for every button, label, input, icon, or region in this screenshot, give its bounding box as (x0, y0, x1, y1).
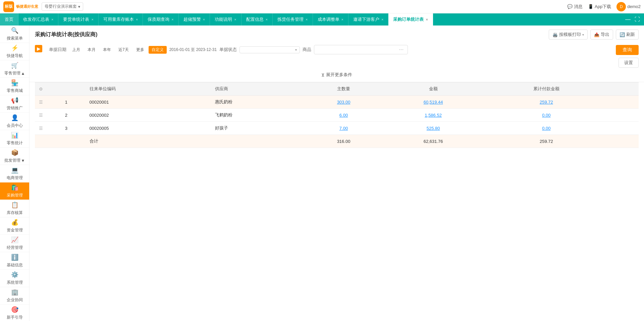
row-amount[interactable]: 1,586.52 (383, 109, 483, 122)
row-paid-amount[interactable]: 259.72 (484, 96, 609, 109)
tab-close-icon[interactable]: × (171, 17, 173, 21)
status-select[interactable]: ▾ (239, 46, 300, 53)
goods-select-ellipsis[interactable]: ··· (398, 47, 405, 53)
sidebar-item-purchase-label: 采购管理 (7, 193, 23, 198)
shortcut-this-month[interactable]: 本月 (85, 46, 99, 54)
date-shortcuts: 上月 本月 本年 近7天 更多 自定义 (69, 46, 167, 54)
tab-pick-task[interactable]: 拣货任务管理 × (273, 13, 313, 25)
settings-button[interactable]: 设置 (619, 58, 639, 68)
sidebar-item-ecommerce-label: 电商管理 (7, 175, 23, 181)
sidebar-item-finance[interactable]: 💰 资金管理 (0, 217, 29, 235)
table-header-row: ⚙ 往来单位编码 供应商 主数量 金额 累计付款金额 (35, 83, 639, 96)
row-settings-cell[interactable]: ☰ (35, 109, 47, 122)
collapse-arrow-btn[interactable]: ▶ (35, 45, 42, 52)
tab-goods-stats[interactable]: 要货单统计表 × (58, 13, 98, 25)
company-selector[interactable]: 母婴行业演示账套 ▾ (42, 2, 83, 11)
row-main-qty[interactable]: 7.00 (305, 122, 383, 135)
tab-config-info-label: 配置信息 (246, 16, 264, 22)
logo-text: 畅捷通好生意 (16, 4, 38, 9)
sidebar-item-search[interactable]: 🔍 搜索菜单 (0, 25, 29, 43)
sidebar-item-members[interactable]: 👤 会员中心 (0, 113, 29, 130)
nav-minimize-btn[interactable]: — (624, 16, 632, 22)
row-paid-amount[interactable]: 0.00 (484, 109, 609, 122)
export-button[interactable]: 📤 导出 (590, 30, 613, 40)
sidebar: 🔍 搜索菜单 ⚡ 快捷导航 🛒 零售管理 ▲ 🏪 零售商城 📢 营销推广 👤 会… (0, 25, 30, 321)
shortcut-last-month[interactable]: 上月 (69, 46, 83, 54)
app-download-btn[interactable]: 📱 App下载 (588, 4, 611, 10)
shortcut-more[interactable]: 更多 (133, 46, 147, 54)
tab-close-icon[interactable]: × (91, 17, 93, 21)
tab-close-icon[interactable]: × (136, 17, 138, 21)
query-button[interactable]: 查询 (616, 45, 639, 55)
sidebar-item-inventory[interactable]: 📋 库存核算 (0, 200, 29, 217)
sidebar-item-retail-mall[interactable]: 🏪 零售商城 (0, 78, 29, 95)
th-settings[interactable]: ⚙ (35, 83, 47, 96)
tab-expiry-query[interactable]: 保质期查询 × (143, 13, 178, 25)
tab-purchase-stats-close-icon[interactable]: × (426, 17, 428, 21)
refresh-button[interactable]: 🔄 刷新 (616, 30, 639, 40)
sidebar-item-wholesale[interactable]: 📦 批发管理 ▼ (0, 148, 29, 165)
sidebar-item-marketing[interactable]: 📢 营销推广 (0, 95, 29, 113)
row-settings-cell[interactable]: ☰ (35, 122, 47, 135)
sidebar-item-finance-label: 资金管理 (7, 227, 23, 233)
table-footer-row: 合计 316.00 62,631.76 259.72 (35, 135, 639, 148)
sidebar-item-system[interactable]: ⚙️ 系统管理 (0, 270, 29, 287)
tab-purchase-stats[interactable]: 采购订单统计表 × (388, 13, 433, 25)
sidebar-item-quicknav[interactable]: ⚡ 快捷导航 (0, 43, 29, 60)
tab-close-icon[interactable]: × (381, 17, 383, 21)
sidebar-item-basic-info[interactable]: ℹ️ 基础信息 (0, 252, 29, 270)
tab-close-icon[interactable]: × (51, 17, 53, 21)
expand-label: 展开更多条件 (326, 72, 352, 78)
main-layout: 🔍 搜索菜单 ⚡ 快捷导航 🛒 零售管理 ▲ 🏪 零售商城 📢 营销推广 👤 会… (0, 25, 644, 321)
footer-extra-cell (609, 135, 639, 148)
tab-config-info[interactable]: 配置信息 × (241, 13, 273, 25)
print-button[interactable]: 🖨️ 按模板打印 ▾ (549, 30, 588, 40)
sidebar-item-ecommerce[interactable]: 💻 电商管理 (0, 165, 29, 182)
tab-function-desc[interactable]: 功能说明 × (210, 13, 241, 25)
tab-overstock-warning[interactable]: 超储预警 × (179, 13, 210, 25)
sidebar-item-retail-stats-label: 零售统计 (7, 140, 23, 146)
table-row: ☰ 1 00020001 惠氏奶粉 303.00 60,519.44 259.7… (35, 96, 639, 109)
filter-left: 单据日期 上月 本月 本年 近7天 更多 自定义 2016-01-01 至 20… (49, 45, 612, 54)
message-btn[interactable]: 💬 消息 (567, 4, 583, 10)
date-range: 2016-01-01 至 2023-12-31 (169, 47, 217, 53)
row-main-qty[interactable]: 6.00 (305, 109, 383, 122)
tab-close-icon[interactable]: × (341, 17, 343, 21)
sidebar-item-enterprise[interactable]: 🏢 企业协同 (0, 287, 29, 305)
tab-close-icon[interactable]: × (234, 17, 236, 21)
row-paid-amount[interactable]: 0.00 (484, 122, 609, 135)
sidebar-item-enterprise-label: 企业协同 (7, 297, 23, 303)
sidebar-item-operations[interactable]: 📈 经营管理 (0, 235, 29, 252)
expand-more-btn[interactable]: ⊻ 展开更多条件 (321, 72, 352, 78)
tab-home[interactable]: 首页 (0, 13, 18, 25)
tab-close-icon[interactable]: × (203, 17, 205, 21)
tab-invite-downstream[interactable]: 邀请下游客户 × (348, 13, 388, 25)
avatar: D (616, 2, 626, 11)
tab-close-icon[interactable]: × (306, 17, 308, 21)
export-icon: 📤 (594, 32, 599, 37)
tab-close-icon[interactable]: × (266, 17, 268, 21)
sidebar-item-retail[interactable]: 🛒 零售管理 ▲ (0, 60, 29, 78)
sidebar-item-purchase[interactable]: 🛍️ 采购管理 (0, 182, 29, 200)
row-main-qty[interactable]: 303.00 (305, 96, 383, 109)
tab-home-label: 首页 (5, 16, 13, 22)
shortcut-7days[interactable]: 近7天 (115, 46, 132, 54)
row-settings-cell[interactable]: ☰ (35, 96, 47, 109)
sidebar-item-newbie[interactable]: 🎯 新手引导 (0, 305, 29, 321)
sidebar-item-newbie-label: 新手引导 (7, 315, 23, 320)
row-amount[interactable]: 60,519.44 (383, 96, 483, 109)
tab-available-stock[interactable]: 可用量库存账本 × (99, 13, 143, 25)
row-amount[interactable]: 525.80 (383, 122, 483, 135)
shortcut-custom[interactable]: 自定义 (149, 46, 167, 54)
nav-maximize-btn[interactable]: ⛶ (633, 16, 641, 22)
company-name: 母婴行业演示账套 (45, 4, 77, 9)
chevron-down-icon: ▼ (21, 158, 25, 163)
user-btn[interactable]: D demo2 (616, 2, 641, 11)
tab-cost-adjust[interactable]: 成本调整单 × (313, 13, 348, 25)
sidebar-item-retail-stats[interactable]: 📊 零售统计 (0, 130, 29, 148)
logo-area: 标版 畅捷通好生意 (3, 1, 38, 12)
shortcut-this-year[interactable]: 本年 (100, 46, 114, 54)
row-supplier-code: 00020002 (86, 109, 211, 122)
tab-receive-send[interactable]: 收发存汇总表 × (18, 13, 58, 25)
goods-select[interactable]: ··· (314, 45, 408, 54)
